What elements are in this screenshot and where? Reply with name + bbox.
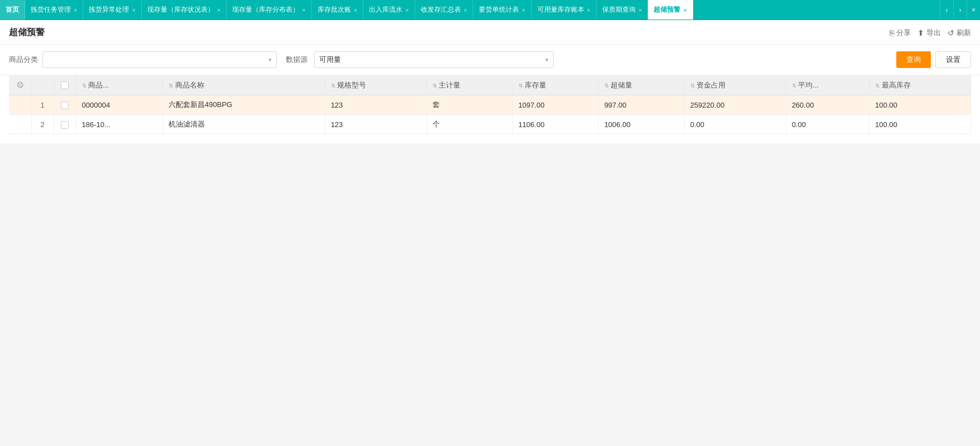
page-content: 超储预警 ⎘ 分享 ⬆ 导出 ↺ 刷新 商品分类 ▾ 数据源 bbox=[0, 20, 980, 143]
col-header-stock-qty[interactable]: ⇅ 库存量 bbox=[512, 75, 598, 95]
col-header-spec[interactable]: ⇅ 规格型号 bbox=[325, 75, 426, 95]
row-overstock-qty: 1006.00 bbox=[598, 115, 684, 134]
table-row: 1 0000004 六配套新昌490BPG 123 套 1097.00 997.… bbox=[9, 95, 971, 115]
export-button[interactable]: ⬆ 导出 bbox=[917, 28, 941, 38]
row-checkbox-cell[interactable] bbox=[54, 115, 76, 134]
col-spec-sort-icon: ⇅ bbox=[331, 83, 335, 89]
close-tab-stock-dist[interactable]: × bbox=[302, 7, 305, 13]
col-max-sort-icon: ⇅ bbox=[875, 83, 880, 89]
row-stock-qty: 1097.00 bbox=[512, 95, 598, 115]
col-header-product-name[interactable]: ⇅ 商品名称 bbox=[163, 75, 325, 95]
nav-tab-home[interactable]: 首页 bbox=[0, 0, 25, 20]
refresh-button[interactable]: ↺ 刷新 bbox=[948, 28, 971, 38]
nav-tab-quality-label: 保质期查询 bbox=[602, 5, 636, 14]
close-tab-abnormal[interactable]: × bbox=[132, 7, 135, 13]
nav-tab-avail-stock-label: 可用量库存账本 bbox=[537, 5, 584, 14]
nav-tab-task-mgmt-label: 拣货任务管理 bbox=[31, 5, 71, 14]
nav-arrow-close[interactable]: × bbox=[967, 0, 980, 20]
close-tab-stock-batch[interactable]: × bbox=[354, 7, 357, 13]
col-header-avg[interactable]: ⇅ 平均... bbox=[786, 75, 869, 95]
nav-arrow-left[interactable]: ‹ bbox=[940, 0, 953, 20]
nav-tab-stock-dist-label: 现存量（库存分布表） bbox=[232, 5, 299, 14]
row-checkbox[interactable] bbox=[61, 101, 69, 109]
datasource-select[interactable]: 可用量 ▾ bbox=[314, 51, 554, 68]
row-max-stock: 100.00 bbox=[869, 95, 971, 115]
col-stock-sort-icon: ⇅ bbox=[518, 83, 523, 89]
nav-tab-overstock-label: 超储预警 bbox=[654, 5, 680, 14]
datasource-filter: 数据源 可用量 ▾ bbox=[286, 51, 554, 68]
close-tab-avail-stock[interactable]: × bbox=[587, 7, 590, 13]
col-header-index bbox=[31, 75, 54, 95]
close-tab-stock-status[interactable]: × bbox=[217, 7, 220, 13]
col-header-overstock-qty[interactable]: ⇅ 超储量 bbox=[598, 75, 684, 95]
row-avg: 0.00 bbox=[786, 115, 869, 134]
settings-button[interactable]: 设置 bbox=[935, 51, 971, 68]
col-header-product-code[interactable]: ⇅ 商品... bbox=[76, 75, 163, 95]
datasource-label: 数据源 bbox=[286, 55, 308, 65]
close-tab-recv-send[interactable]: × bbox=[464, 7, 467, 13]
page-title: 超储预警 bbox=[9, 27, 45, 38]
row-capital-occ: 0.00 bbox=[684, 115, 786, 134]
gear-settings-icon[interactable]: ⚙ bbox=[16, 80, 24, 90]
nav-tab-avail-stock[interactable]: 可用量库存账本 × bbox=[532, 0, 597, 20]
col-header-check[interactable] bbox=[54, 75, 76, 95]
row-index: 2 bbox=[31, 115, 54, 134]
col-product-name-sort-icon: ⇅ bbox=[169, 83, 173, 89]
nav-tab-inout-flow[interactable]: 出入库流水 × bbox=[363, 0, 415, 20]
nav-tab-abnormal-label: 拣货异常处理 bbox=[89, 5, 129, 14]
col-header-gear[interactable]: ⚙ bbox=[9, 75, 31, 95]
nav-tab-stock-status[interactable]: 现存量（库存状况表） × bbox=[142, 0, 227, 20]
col-header-max-stock[interactable]: ⇅ 最高库存 bbox=[869, 75, 971, 95]
nav-tab-abnormal[interactable]: 拣货异常处理 × bbox=[83, 0, 141, 20]
table-row: 2 186-10... 机油滤清器 123 个 1106.00 1006.00 … bbox=[9, 115, 971, 134]
nav-tab-recv-send-label: 收发存汇总表 bbox=[421, 5, 461, 14]
close-tab-quality[interactable]: × bbox=[638, 7, 642, 13]
table-header-row: ⚙ ⇅ 商品... ⇅ 商品名称 ⇅ bbox=[9, 75, 971, 95]
close-tab-overstock[interactable]: × bbox=[683, 7, 686, 13]
row-checkbox-cell[interactable] bbox=[54, 95, 76, 115]
row-product-code: 0000004 bbox=[76, 95, 163, 115]
col-avg-sort-icon: ⇅ bbox=[792, 83, 796, 89]
col-unit-sort-icon: ⇅ bbox=[433, 83, 437, 89]
row-unit: 个 bbox=[426, 115, 512, 134]
row-index: 1 bbox=[31, 95, 54, 115]
header-actions: ⎘ 分享 ⬆ 导出 ↺ 刷新 bbox=[890, 28, 971, 38]
refresh-icon: ↺ bbox=[948, 28, 954, 37]
filter-row: 商品分类 ▾ 数据源 可用量 ▾ 查询 设置 bbox=[0, 45, 980, 75]
chevron-down-icon: ▾ bbox=[268, 56, 272, 64]
nav-arrow-right[interactable]: › bbox=[953, 0, 967, 20]
row-stock-qty: 1106.00 bbox=[512, 115, 598, 134]
nav-tab-inout-flow-label: 出入库流水 bbox=[369, 5, 402, 14]
row-product-name: 六配套新昌490BPG bbox=[163, 95, 325, 115]
export-icon: ⬆ bbox=[917, 28, 924, 37]
row-spec: 123 bbox=[325, 95, 426, 115]
category-label: 商品分类 bbox=[9, 55, 38, 65]
close-tab-inout-flow[interactable]: × bbox=[405, 7, 409, 13]
category-select[interactable]: ▾ bbox=[42, 51, 277, 68]
col-header-unit[interactable]: ⇅ 主计量 bbox=[426, 75, 512, 95]
select-all-checkbox[interactable] bbox=[61, 81, 69, 89]
nav-tab-overstock[interactable]: 超储预警 × bbox=[648, 0, 693, 20]
row-unit: 套 bbox=[426, 95, 512, 115]
row-overstock-qty: 997.00 bbox=[598, 95, 684, 115]
nav-tab-task-mgmt[interactable]: 拣货任务管理 × bbox=[25, 0, 83, 20]
category-filter: 商品分类 ▾ bbox=[9, 51, 277, 68]
col-header-capital-occ[interactable]: ⇅ 资金占用 bbox=[684, 75, 786, 95]
nav-tab-stock-batch[interactable]: 库存批次账 × bbox=[312, 0, 363, 20]
nav-tab-quality[interactable]: 保质期查询 × bbox=[597, 0, 648, 20]
share-button[interactable]: ⎘ 分享 bbox=[890, 28, 911, 38]
nav-tab-order-stat-label: 要货单统计表 bbox=[479, 5, 519, 14]
row-gear-cell bbox=[9, 115, 31, 134]
col-overstock-sort-icon: ⇅ bbox=[604, 83, 609, 89]
nav-tab-order-stat[interactable]: 要货单统计表 × bbox=[473, 0, 531, 20]
query-button[interactable]: 查询 bbox=[896, 51, 931, 68]
row-checkbox[interactable] bbox=[61, 121, 69, 129]
col-product-code-sort-icon: ⇅ bbox=[82, 83, 87, 89]
close-tab-order-stat[interactable]: × bbox=[522, 7, 525, 13]
row-max-stock: 100.00 bbox=[869, 115, 971, 134]
export-label: 导出 bbox=[926, 28, 941, 38]
nav-tab-recv-send[interactable]: 收发存汇总表 × bbox=[415, 0, 473, 20]
row-product-code: 186-10... bbox=[76, 115, 163, 134]
nav-tab-stock-dist[interactable]: 现存量（库存分布表） × bbox=[227, 0, 311, 20]
close-tab-task-mgmt[interactable]: × bbox=[74, 7, 77, 13]
